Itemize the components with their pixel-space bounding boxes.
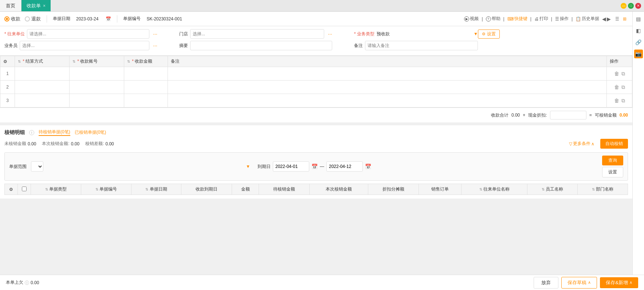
this-order-label: 本单上欠 [6,279,23,286]
discard-button[interactable]: 放弃 [534,277,558,289]
account-cell-3[interactable] [70,94,124,107]
receipt-radio[interactable]: 收款 [4,16,20,22]
date-from-input[interactable] [273,161,309,172]
counterpart-input[interactable] [27,29,149,39]
save-new-button[interactable]: 保存&新增 ∧ [600,277,638,288]
detail-settings-label: 设置 [608,169,617,175]
staff-sort-icon: ⇅ [542,187,545,191]
nav-prev-icon[interactable]: ◀ [602,16,606,22]
verify-info-icon[interactable]: i [29,130,34,135]
amount-cell-2[interactable] [124,81,168,94]
date-value[interactable]: 2023-03-24 [76,16,98,21]
payment-table-container: ⚙ ⇅ * 结算方式 ⇅ * 收款账号 ⇅ * 收款 [0,56,632,107]
remarks-input[interactable] [365,41,478,50]
sidebar-doc-icon[interactable]: ◧ [634,26,643,35]
auto-verify-button[interactable]: 自动核销 [600,139,628,149]
draft-arrow-icon: ∧ [588,280,591,285]
video-action[interactable]: ▶ 视频 [464,16,479,22]
date-to-calendar-icon[interactable]: 📅 [365,164,371,169]
tab-receipt[interactable]: 收款单 × [21,0,51,11]
account-cell-2[interactable] [70,81,124,94]
operations-action[interactable]: ☰ 操作 [555,16,569,22]
payment-method-cell-1[interactable] [15,67,70,81]
action-cell-1: 🗑 ⧉ [607,67,632,81]
store-label: 门店 [179,31,188,37]
nav-next-icon[interactable]: ▶ [607,16,611,22]
total-label: 收款合计 [491,112,508,118]
store-input[interactable] [190,29,324,39]
chevron-up-icon: ∧ [591,141,594,146]
settings-col-header[interactable]: ⚙ [0,56,15,67]
refund-radio[interactable]: 退款 [25,16,41,22]
print-action[interactable]: 🖨 打印 [534,16,548,22]
detail-settings-button[interactable]: 设置 [602,167,623,177]
payment-method-cell-3[interactable] [15,94,70,107]
remarks-cell-1[interactable] [168,67,607,81]
remarks-cell-2[interactable] [168,81,607,94]
history-action[interactable]: 📋 历史单据 [576,16,599,22]
staff-more-icon[interactable]: ··· [153,43,157,48]
more-conditions-button[interactable]: ▽ 更多条件 ∧ [569,141,594,147]
delete-row-2-icon[interactable]: 🗑 [614,84,619,90]
staff-input[interactable] [20,41,149,50]
equals-sign: = [589,113,592,118]
range-select[interactable] [31,161,43,172]
summary-input[interactable] [190,41,332,50]
sidebar-clip-icon[interactable]: 🔗 [634,38,643,47]
copy-row-3-icon[interactable]: ⧉ [621,98,625,104]
copy-row-2-icon[interactable]: ⧉ [621,84,625,90]
layout-buttons: ☰ ⊞ [614,16,628,22]
amount-cell-3[interactable] [124,94,168,107]
delete-row-3-icon[interactable]: 🗑 [614,98,619,103]
tab-receipt-label: 收款单 [27,3,41,9]
business-type-arrow-icon[interactable]: ▼ [474,31,478,36]
counterpart-field: * 往来单位 ··· [4,29,157,39]
store-more-icon[interactable]: ··· [328,31,332,37]
layout-list-icon[interactable]: ☰ [614,16,621,22]
query-button[interactable]: 查询 [602,156,623,165]
staff-field: 业务员 ··· [4,41,157,50]
date-range: 到期日 📅 — 📅 [258,161,371,172]
settings-button[interactable]: ⚙ 设置 [478,30,500,39]
action-cell-2: 🗑 ⧉ [607,81,632,94]
discount-header: 折扣分摊额 [368,184,419,195]
sidebar-table-icon[interactable]: ▤ [634,15,643,23]
store-field: 门店 ··· [179,29,332,39]
layout-grid-icon[interactable]: ⊞ [621,16,628,22]
window-minimize-button[interactable]: — [621,3,627,9]
copy-row-1-icon[interactable]: ⧉ [621,71,625,77]
tab-home[interactable]: 首页 [0,0,21,11]
save-draft-button[interactable]: 保存草稿 ∧ [561,277,597,289]
action-cell-3: 🗑 ⧉ [607,94,632,107]
dept-label: 部门名称 [596,187,613,192]
pending-tab[interactable]: 待核销单据(0笔) [39,129,70,136]
payment-method-cell-2[interactable] [15,81,70,94]
window-maximize-button[interactable]: □ [628,3,634,9]
discount-input[interactable] [550,111,586,119]
date-from-calendar-icon[interactable]: 📅 [311,164,318,169]
payment-method-header: ⇅ * 结算方式 [15,56,70,67]
remarks-cell-3[interactable] [168,94,607,107]
shortcuts-action[interactable]: ⌨ 快捷键 [507,16,527,22]
help-action[interactable]: ? 帮助 [486,16,500,22]
detail-settings-col[interactable]: ⚙ [5,184,18,195]
row-num-2: 2 [0,81,15,94]
current-label: 本次核销金额: [42,141,69,147]
nav-arrows: ◀ ▶ [602,16,611,22]
delete-row-1-icon[interactable]: 🗑 [614,71,619,77]
counterpart-more-icon[interactable]: ··· [153,31,157,37]
completed-tab[interactable]: 已核销单据(0笔) [75,129,106,136]
sort-icon-2: ⇅ [72,59,75,63]
amount-cell-1[interactable] [124,67,168,81]
tab-close-icon[interactable]: × [43,3,46,8]
remarks-header: 备注 [168,56,607,67]
date-to-input[interactable] [326,161,363,172]
account-cell-1[interactable] [70,67,124,81]
table-settings-icon[interactable]: ⚙ [3,59,7,64]
detail-table-settings-icon[interactable]: ⚙ [9,187,13,192]
sidebar-camera-icon[interactable]: 📷 [634,50,643,58]
window-close-button[interactable]: ✕ [635,3,641,9]
select-all-checkbox[interactable] [22,187,27,191]
date-calendar-icon[interactable]: 📅 [106,16,111,21]
number-value[interactable]: SK-20230324-001 [146,16,182,21]
